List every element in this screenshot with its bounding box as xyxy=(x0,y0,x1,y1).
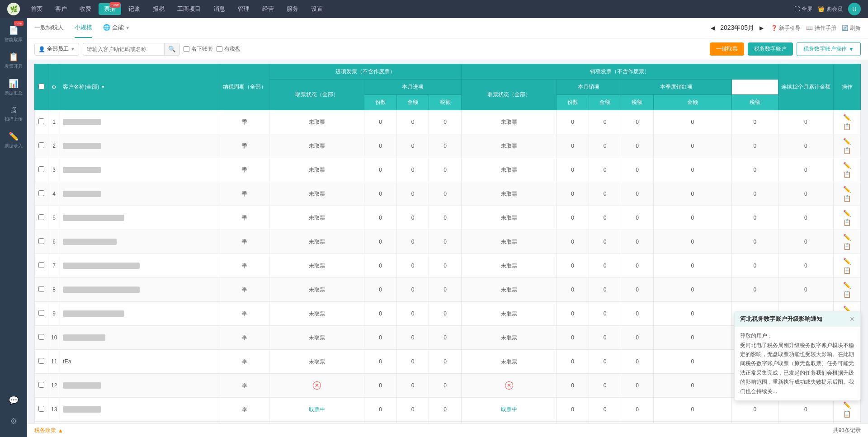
row-edit-button[interactable]: ✏️ xyxy=(841,400,853,409)
row-income-status: ✕ xyxy=(269,374,364,398)
notification-popup: 河北税务数字账户升级影响通知 ✕ 尊敬的用户： 受河北电子税务局刚升级税务数字账… xyxy=(734,311,861,401)
nav-business[interactable]: 工商项目 xyxy=(172,3,206,15)
th-sales-count: 份数 xyxy=(557,95,589,110)
refresh-button[interactable]: 🔄 刷新 xyxy=(842,24,861,32)
row-checkbox xyxy=(35,230,48,254)
th-sales-status: 取票状态（全部） xyxy=(461,80,557,110)
row-select-checkbox[interactable] xyxy=(38,286,44,292)
search-button[interactable]: 🔍 xyxy=(164,43,180,56)
tab-all-capable[interactable]: 🌐 全能 ▼ xyxy=(103,18,130,38)
new-guide-button[interactable]: ❓ 新手引导 xyxy=(771,24,801,32)
filter-toolbar: 👤 全部员工 ▼ 🔍 名下账套 有税盘 一键取票 税务数字账户 税务数字账户操作 xyxy=(27,38,868,60)
row-num: 13 xyxy=(48,398,60,422)
row-income-status: 未取票 xyxy=(269,182,364,206)
row-edit-button[interactable]: ✏️ xyxy=(841,185,853,194)
tax-policy-link[interactable]: 税务政策 xyxy=(34,427,56,434)
tab-small-scale[interactable]: 小规模 xyxy=(75,18,92,38)
row-sales-status: 未取票 xyxy=(461,302,557,326)
row-edit-button[interactable]: ✏️ xyxy=(841,113,853,122)
row-sales-amount: 0 xyxy=(589,182,621,206)
nav-fee[interactable]: 收费 xyxy=(74,3,97,15)
row-copy-button[interactable]: 📋 xyxy=(841,242,853,251)
row-select-checkbox[interactable] xyxy=(38,238,44,244)
row-copy-button[interactable]: 📋 xyxy=(841,146,853,155)
row-select-checkbox[interactable] xyxy=(38,382,44,388)
th-sales-red-this-season: 本季度销红项 xyxy=(621,80,732,95)
sidebar-item-scan-upload[interactable]: 🖨 扫描上传 xyxy=(2,102,25,126)
row-income-tax: 0 xyxy=(429,230,461,254)
table-row: 1 ██████████ 季 未取票 0 0 0 未取票 0 0 0 0 0 0… xyxy=(35,110,861,134)
row-copy-button[interactable]: 📋 xyxy=(841,290,853,299)
row-copy-button[interactable]: 📋 xyxy=(841,194,853,203)
nav-invoice[interactable]: 票据 new xyxy=(99,3,121,15)
row-copy-button[interactable]: 📋 xyxy=(841,409,853,418)
row-select-checkbox[interactable] xyxy=(38,358,44,364)
tab-general-taxpayer[interactable]: 一般纳税人 xyxy=(34,18,64,38)
row-red-amount: 0 xyxy=(653,206,731,230)
row-copy-button[interactable]: 📋 xyxy=(841,266,853,275)
row-edit-button[interactable]: ✏️ xyxy=(841,137,853,146)
row-edit-button[interactable]: ✏️ xyxy=(841,281,853,290)
nav-manage[interactable]: 管理 xyxy=(232,3,255,15)
row-sales-amount: 0 xyxy=(589,134,621,158)
row-select-checkbox[interactable] xyxy=(38,310,44,316)
nav-accounting[interactable]: 记账 xyxy=(123,3,146,15)
row-select-checkbox[interactable] xyxy=(38,262,44,268)
sidebar-item-invoice-summary[interactable]: 📊 票据汇总 xyxy=(2,75,25,100)
row-edit-button[interactable]: ✏️ xyxy=(841,257,853,266)
row-edit-button[interactable]: ✏️ xyxy=(841,233,853,242)
row-checkbox xyxy=(35,350,48,374)
row-cycle: 季 xyxy=(220,182,269,206)
row-edit-button[interactable]: ✏️ xyxy=(841,209,853,218)
row-edit-button[interactable]: ✏️ xyxy=(841,161,853,170)
sidebar-item-invoice-entry[interactable]: ✏️ 票据录入 xyxy=(2,128,25,153)
row-red-amount: 0 xyxy=(653,350,731,374)
row-red-amount: 0 xyxy=(653,278,731,302)
employee-filter[interactable]: 👤 全部员工 ▼ xyxy=(34,43,79,56)
row-customer-name: ████████████████████ xyxy=(60,278,220,302)
row-select-checkbox[interactable] xyxy=(38,166,44,172)
select-all-checkbox[interactable] xyxy=(38,84,44,89)
row-customer-name: ██████████ xyxy=(60,182,220,206)
row-select-checkbox[interactable] xyxy=(38,334,44,340)
nav-operate[interactable]: 经营 xyxy=(257,3,279,15)
row-customer-name: ██████████████ xyxy=(60,230,220,254)
date-next-button[interactable]: ▶ xyxy=(760,25,764,31)
tax-digital-ops-button[interactable]: 税务数字账户操作 ▼ xyxy=(797,42,861,56)
nav-home[interactable]: 首页 xyxy=(25,3,48,15)
sidebar-item-config[interactable]: ⚙ xyxy=(2,413,25,430)
row-income-tax: 0 xyxy=(429,350,461,374)
sidebar-item-invoice-open[interactable]: 📋 发票开具 xyxy=(2,48,25,73)
vip-button[interactable]: 👑 购会员 xyxy=(818,5,843,13)
date-prev-button[interactable]: ◀ xyxy=(711,25,715,31)
row-num: 6 xyxy=(48,230,60,254)
nav-service[interactable]: 服务 xyxy=(281,3,304,15)
user-avatar[interactable]: U xyxy=(848,3,861,15)
row-accumulate: 0 xyxy=(778,278,833,302)
search-group: 🔍 xyxy=(83,43,180,56)
row-select-checkbox[interactable] xyxy=(38,142,44,148)
row-copy-button[interactable]: 📋 xyxy=(841,218,853,227)
fullscreen-button[interactable]: ⛶ 全屏 xyxy=(794,5,812,13)
row-copy-button[interactable]: 📋 xyxy=(841,122,853,131)
tax-digital-account-button[interactable]: 税务数字账户 xyxy=(748,42,793,56)
my-accounts-checkbox[interactable]: 名下账套 xyxy=(184,45,213,53)
invoice-badge: new xyxy=(110,2,120,8)
row-select-checkbox[interactable] xyxy=(38,214,44,220)
row-copy-button[interactable]: 📋 xyxy=(841,170,853,179)
manual-button[interactable]: 📖 操作手册 xyxy=(806,24,836,32)
one-click-invoice-button[interactable]: 一键取票 xyxy=(710,42,744,56)
has-tax-disk-checkbox[interactable]: 有税盘 xyxy=(217,45,241,53)
row-select-checkbox[interactable] xyxy=(38,406,44,412)
row-sales-amount: 0 xyxy=(589,302,621,326)
nav-tax[interactable]: 报税 xyxy=(147,3,170,15)
search-input[interactable] xyxy=(83,43,164,56)
nav-customer[interactable]: 客户 xyxy=(50,3,72,15)
nav-message[interactable]: 消息 xyxy=(208,3,231,15)
row-sales-tax: 0 xyxy=(621,302,653,326)
row-select-checkbox[interactable] xyxy=(38,190,44,196)
sidebar-item-message[interactable]: 💬 xyxy=(2,392,25,409)
notification-close-button[interactable]: ✕ xyxy=(849,315,855,323)
row-select-checkbox[interactable] xyxy=(38,118,44,124)
nav-settings[interactable]: 设置 xyxy=(306,3,328,15)
